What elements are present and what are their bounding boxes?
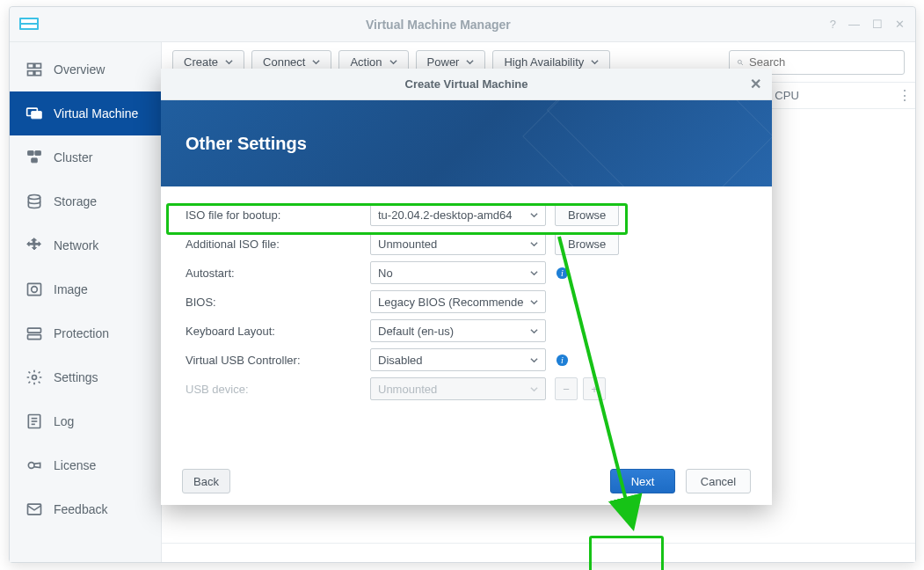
sidebar-item-overview[interactable]: Overview <box>10 48 161 91</box>
sidebar-item-label: Overview <box>54 62 105 77</box>
banner-title: Other Settings <box>186 134 307 154</box>
chevron-down-icon <box>530 356 538 364</box>
row-usb-device: USB device: Unmounted − + <box>186 375 747 403</box>
app-icon <box>18 16 40 33</box>
svg-point-17 <box>33 376 37 380</box>
protection-icon <box>25 325 43 342</box>
svg-text:i: i <box>561 355 564 365</box>
svg-rect-8 <box>32 112 42 119</box>
row-iso-additional: Additional ISO file: Unmounted Browse <box>186 230 747 258</box>
sidebar-item-settings[interactable]: Settings <box>10 355 161 399</box>
svg-rect-6 <box>35 71 41 76</box>
sidebar-item-license[interactable]: License <box>10 443 161 487</box>
dialog-close-icon[interactable]: ✕ <box>750 76 761 92</box>
sidebar-item-label: Feedback <box>54 502 107 516</box>
sidebar-item-image[interactable]: Image <box>10 267 161 311</box>
sidebar-item-virtual-machine[interactable]: Virtual Machine <box>10 91 161 135</box>
chevron-down-icon <box>530 240 538 248</box>
gear-icon <box>25 369 43 386</box>
label-iso-bootup: ISO file for bootup: <box>186 208 370 222</box>
chevron-down-icon <box>466 58 474 66</box>
sidebar-item-cluster[interactable]: Cluster <box>10 135 161 179</box>
dialog-body: ISO file for bootup: tu-20.04.2-desktop-… <box>161 186 772 403</box>
maximize-icon[interactable]: ☐ <box>872 18 883 31</box>
label-usb-controller: Virtual USB Controller: <box>186 354 370 367</box>
license-icon <box>25 457 43 474</box>
svg-text:i: i <box>561 268 564 278</box>
select-iso-additional[interactable]: Unmounted <box>370 232 546 255</box>
chevron-down-icon <box>530 327 538 335</box>
vm-icon <box>25 105 43 122</box>
chevron-down-icon <box>591 58 599 66</box>
chevron-down-icon <box>530 211 538 219</box>
label-autostart: Autostart: <box>186 267 370 280</box>
create-vm-dialog: Create Virtual Machine ✕ Other Settings … <box>161 69 772 505</box>
row-bios: BIOS: Legacy BIOS (Recommende <box>186 288 747 316</box>
add-usb-button: + <box>583 377 606 400</box>
cancel-button[interactable]: Cancel <box>686 469 751 493</box>
svg-rect-5 <box>28 71 34 76</box>
column-menu-icon[interactable]: ⋮ <box>898 89 905 103</box>
image-icon <box>25 281 43 298</box>
log-icon <box>25 413 43 430</box>
svg-rect-4 <box>35 63 41 68</box>
row-usb-controller: Virtual USB Controller: Disabled i <box>186 346 747 374</box>
select-autostart[interactable]: No <box>370 261 546 284</box>
search-input[interactable] <box>749 55 897 69</box>
sidebar-item-label: Network <box>54 238 98 252</box>
row-autostart: Autostart: No i <box>186 259 747 287</box>
back-button[interactable]: Back <box>182 469 230 493</box>
sidebar-item-feedback[interactable]: Feedback <box>10 487 161 531</box>
sidebar-item-storage[interactable]: Storage <box>10 179 161 223</box>
sidebar-item-label: Cluster <box>54 150 92 164</box>
info-icon[interactable]: i <box>555 266 569 280</box>
select-iso-bootup[interactable]: tu-20.04.2-desktop-amd64 <box>370 203 546 226</box>
storage-icon <box>25 193 43 210</box>
dialog-footer: Back Next Cancel <box>161 457 772 505</box>
row-keyboard: Keyboard Layout: Default (en-us) <box>186 317 747 345</box>
sidebar-item-protection[interactable]: Protection <box>10 311 161 355</box>
svg-rect-3 <box>28 63 34 68</box>
select-bios[interactable]: Legacy BIOS (Recommende <box>370 290 546 313</box>
svg-line-25 <box>741 63 743 65</box>
label-iso-additional: Additional ISO file: <box>186 238 370 251</box>
dialog-title: Create Virtual Machine <box>405 77 528 91</box>
feedback-icon <box>25 501 43 518</box>
info-icon[interactable]: i <box>555 353 569 367</box>
svg-point-12 <box>28 195 40 200</box>
cluster-icon <box>25 149 43 166</box>
svg-rect-9 <box>28 151 34 156</box>
close-icon[interactable]: ✕ <box>895 18 905 31</box>
browse-iso-additional-button[interactable]: Browse <box>555 232 619 255</box>
sidebar-item-network[interactable]: Network <box>10 223 161 267</box>
sidebar-item-label: License <box>54 458 96 472</box>
chevron-down-icon <box>225 58 233 66</box>
svg-rect-16 <box>28 335 41 340</box>
sidebar-item-label: Virtual Machine <box>54 106 138 121</box>
help-icon[interactable]: ? <box>830 18 836 31</box>
dialog-banner: Other Settings <box>161 100 772 186</box>
svg-rect-10 <box>35 151 41 156</box>
browse-iso-bootup-button[interactable]: Browse <box>555 203 619 226</box>
sidebar-item-label: Storage <box>54 194 97 208</box>
svg-rect-1 <box>21 19 37 23</box>
minimize-icon[interactable]: — <box>848 18 860 31</box>
sidebar-item-label: Protection <box>54 326 109 340</box>
sidebar-item-label: Image <box>54 282 88 296</box>
svg-rect-15 <box>28 328 41 332</box>
search-icon <box>737 56 744 69</box>
svg-rect-2 <box>21 25 37 28</box>
select-keyboard[interactable]: Default (en-us) <box>370 319 546 342</box>
chevron-down-icon <box>389 58 397 66</box>
select-usb-controller[interactable]: Disabled <box>370 348 546 371</box>
next-button[interactable]: Next <box>610 469 675 493</box>
network-icon <box>25 237 43 254</box>
svg-point-14 <box>32 287 38 293</box>
select-usb-device: Unmounted <box>370 377 546 400</box>
remove-usb-button: − <box>555 377 578 400</box>
svg-rect-11 <box>32 158 38 163</box>
label-bios: BIOS: <box>186 296 370 309</box>
chevron-down-icon <box>312 58 320 66</box>
sidebar-item-log[interactable]: Log <box>10 399 161 443</box>
dialog-titlebar: Create Virtual Machine ✕ <box>161 69 772 100</box>
